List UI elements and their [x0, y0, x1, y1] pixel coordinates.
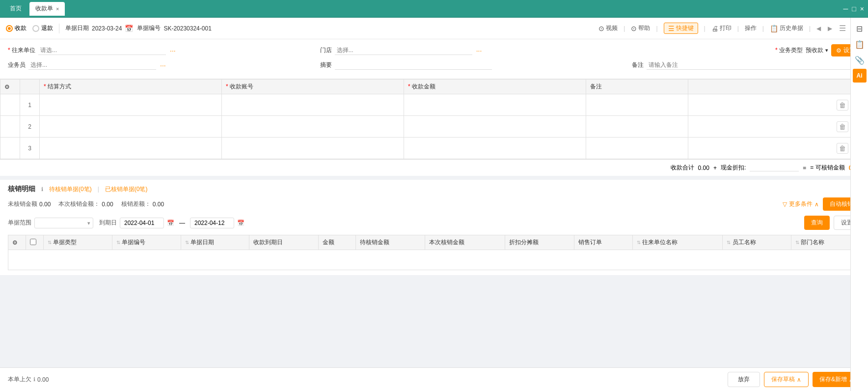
- row-account-2[interactable]: [221, 116, 404, 138]
- bill-date-label: 单据日期: [65, 24, 89, 32]
- list-view-icon[interactable]: ☰: [839, 24, 846, 33]
- hexiao-table: ⚙ ⇅ 单据类型 ⇅ 单据编号 ⇅ 单据日期 收款到期日 金额 待: [8, 235, 860, 270]
- print-label: 打印: [720, 24, 732, 32]
- summary-input[interactable]: [335, 60, 492, 70]
- pending-tab[interactable]: 待核销单据(0笔): [49, 185, 92, 194]
- radio-tuikuan[interactable]: 退款: [32, 24, 53, 32]
- row-amount-3[interactable]: [404, 138, 586, 159]
- radio-shoukuan[interactable]: 收款: [6, 24, 27, 32]
- shortcut-icon: ☰: [668, 25, 675, 32]
- col-dept-label: 部门名称: [801, 239, 824, 246]
- row-remarks-2[interactable]: [586, 116, 688, 138]
- row-remarks-3[interactable]: [586, 138, 688, 159]
- nav-prev-icon[interactable]: ◀: [816, 25, 821, 32]
- print-btn[interactable]: 🖨 打印: [711, 24, 732, 32]
- due-end-input[interactable]: [190, 218, 234, 228]
- close-icon[interactable]: ×: [860, 5, 864, 13]
- salesperson-ellipsis-icon[interactable]: ···: [160, 61, 166, 69]
- tab-home-label: 首页: [10, 4, 22, 13]
- due-end-calendar-icon[interactable]: 📅: [237, 220, 244, 226]
- save-draft-btn[interactable]: 保存草稿 ∧: [764, 372, 809, 387]
- more-filter-btn[interactable]: ▽ 更多条件 ∧: [783, 200, 819, 208]
- row-settlement-1[interactable]: [40, 94, 222, 116]
- row-amount-2[interactable]: [404, 116, 586, 138]
- hexiao-stats: 未核销金额 0.00 本次核销金额： 0.00 核销差额： 0.00 ▽ 更多条…: [8, 197, 860, 211]
- hexiao-col-no[interactable]: ⇅ 单据编号: [112, 235, 181, 250]
- shortcut-btn[interactable]: ☰ 快捷键: [664, 23, 698, 34]
- row-delete-icon-3[interactable]: 🗑: [837, 143, 848, 154]
- sidebar-icon-document[interactable]: 📋: [853, 37, 867, 51]
- store-input[interactable]: [335, 46, 472, 55]
- sidebar-icon-attach[interactable]: 📎: [853, 53, 867, 67]
- nav-next-icon[interactable]: ▶: [828, 25, 832, 32]
- store-label: 门店: [320, 46, 332, 55]
- due-date-label: 到期日: [99, 219, 117, 227]
- tab-shoukuan[interactable]: 收款单 ×: [29, 2, 65, 16]
- biz-type-select[interactable]: 预收款 ▾: [806, 46, 828, 55]
- history-icon: 📋: [770, 25, 778, 32]
- hexiao-col-dept[interactable]: ⇅ 部门名称: [791, 235, 860, 250]
- hexiao-col-date[interactable]: ⇅ 单据日期: [181, 235, 249, 250]
- tab-shoukuan-label: 收款单: [35, 4, 53, 13]
- col-amount-header[interactable]: * 收款金额: [404, 80, 586, 94]
- section-separator: [0, 176, 868, 180]
- partner-ellipsis-icon[interactable]: ···: [170, 47, 176, 55]
- row-settlement-2[interactable]: [40, 116, 222, 138]
- data-table-area: ⚙ * 结算方式 * 收款账号 * 收款金额 备注 操作: [0, 79, 868, 159]
- partner-field: 往来单位 ···: [8, 46, 312, 55]
- range-field: 单据范围: [8, 218, 93, 228]
- col-account-header[interactable]: * 收款账号: [221, 80, 404, 94]
- radio-group: 收款 退款: [6, 24, 53, 32]
- row-account-3[interactable]: [221, 138, 404, 159]
- row-account-1[interactable]: [221, 94, 404, 116]
- radio-shoukuan-dot: [6, 25, 13, 32]
- tab-close-icon[interactable]: ×: [56, 6, 59, 12]
- help-btn[interactable]: ⊙ 帮助: [631, 24, 650, 32]
- hexiao-col-employee[interactable]: ⇅ 员工名称: [723, 235, 791, 250]
- due-start-calendar-icon[interactable]: 📅: [167, 220, 174, 226]
- this-time-value: 0.00: [102, 201, 113, 208]
- range-select-wrapper: [34, 218, 93, 228]
- row-settlement-3[interactable]: [40, 138, 222, 159]
- operation-btn[interactable]: 操作: [745, 24, 757, 32]
- remarks-input[interactable]: [647, 60, 860, 70]
- due-start-input[interactable]: [120, 218, 164, 228]
- abandon-btn[interactable]: 放弃: [728, 372, 760, 387]
- total-value: 0.00: [698, 165, 709, 171]
- done-tab[interactable]: 已核销单据(0笔): [105, 185, 148, 194]
- save-draft-chevron-icon: ∧: [797, 376, 801, 383]
- hexiao-filter-row: 单据范围 到期日 📅 — 📅 查询 设置: [8, 216, 860, 230]
- table-row: 3 🗑 📋: [0, 138, 868, 159]
- col-settings-header[interactable]: ⚙: [0, 80, 20, 94]
- bottom-info-icon[interactable]: ℹ: [33, 376, 35, 383]
- row-delete-icon-1[interactable]: 🗑: [837, 100, 848, 111]
- minimize-icon[interactable]: ─: [843, 5, 848, 13]
- store-ellipsis-icon[interactable]: ···: [476, 47, 482, 55]
- partner-input[interactable]: [38, 46, 166, 55]
- maximize-icon[interactable]: □: [852, 5, 856, 13]
- hexiao-info-icon[interactable]: ℹ: [41, 186, 43, 193]
- history-btn[interactable]: 📋 历史单据: [770, 24, 803, 32]
- row-amount-1[interactable]: [404, 94, 586, 116]
- hexiao-col-gear[interactable]: ⚙: [8, 235, 26, 250]
- range-select[interactable]: [34, 218, 93, 228]
- help-label: 帮助: [638, 24, 650, 32]
- salesperson-input[interactable]: [28, 60, 156, 70]
- col-settlement-header[interactable]: * 结算方式: [40, 80, 222, 94]
- video-btn[interactable]: ⊙ 视频: [598, 24, 618, 32]
- hexiao-col-partner[interactable]: ⇅ 往来单位名称: [632, 235, 723, 250]
- row-settings-3: [0, 138, 20, 159]
- row-num-3: 3: [20, 138, 40, 159]
- row-delete-icon-2[interactable]: 🗑: [837, 121, 848, 132]
- hexiao-col-checkbox[interactable]: [26, 235, 44, 250]
- tab-home[interactable]: 首页: [4, 2, 27, 16]
- query-btn[interactable]: 查询: [804, 216, 830, 230]
- bill-date-calendar-icon[interactable]: 📅: [125, 25, 133, 32]
- sidebar-icon-ai[interactable]: Ai: [853, 69, 867, 83]
- row-remarks-1[interactable]: [586, 94, 688, 116]
- sidebar-icon-table[interactable]: ⊟: [853, 22, 867, 35]
- select-all-checkbox[interactable]: [30, 239, 36, 245]
- hexiao-col-type[interactable]: ⇅ 单据类型: [44, 235, 112, 250]
- discount-input[interactable]: [750, 164, 799, 171]
- save-draft-label: 保存草稿: [771, 375, 795, 384]
